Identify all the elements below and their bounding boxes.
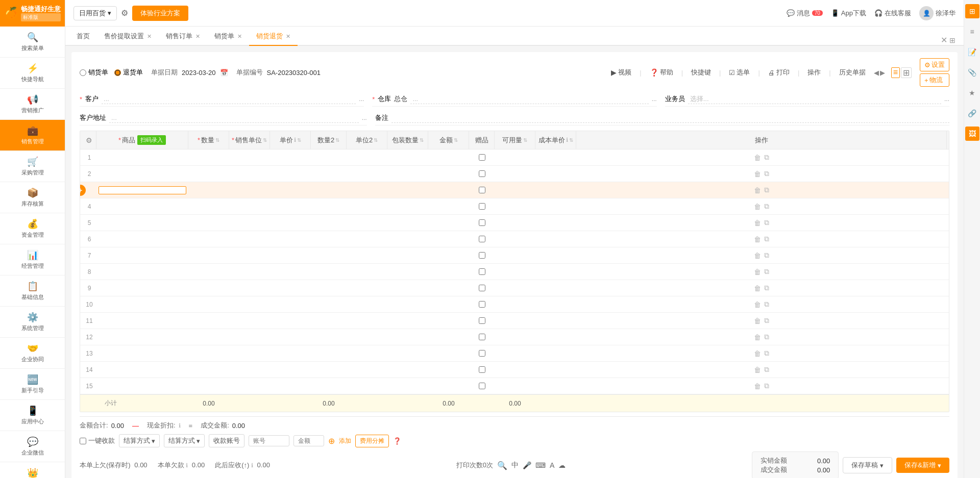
td-amount[interactable] xyxy=(428,264,469,280)
copy-row-btn[interactable]: ⧉ xyxy=(764,284,769,292)
unit2-input[interactable] xyxy=(349,170,385,178)
gift-checkbox[interactable] xyxy=(479,285,485,291)
td-price[interactable] xyxy=(270,280,311,296)
gift-checkbox[interactable] xyxy=(479,350,485,357)
td-gift[interactable] xyxy=(469,383,495,389)
td-pkg[interactable] xyxy=(387,149,428,165)
avail-input[interactable] xyxy=(497,203,533,210)
unit-input[interactable] xyxy=(231,317,268,324)
tab-bar-maximize[interactable]: ⊞ xyxy=(949,36,955,44)
td-unit[interactable] xyxy=(229,345,270,361)
td-unit2[interactable] xyxy=(347,264,387,280)
td-amount[interactable] xyxy=(428,166,469,182)
td-cost[interactable] xyxy=(535,166,576,182)
td-unit[interactable] xyxy=(229,247,270,263)
unit2-input[interactable] xyxy=(349,334,385,341)
tab-close-sales-order[interactable]: ✕ xyxy=(195,33,200,40)
rp-expand-btn[interactable]: ⊞ xyxy=(965,4,979,18)
view-grid-btn[interactable]: ⊞ xyxy=(901,67,912,78)
price-input[interactable] xyxy=(272,301,309,308)
td-qty[interactable] xyxy=(188,231,229,247)
qty2-input[interactable] xyxy=(313,154,345,161)
rp-star-btn[interactable]: ★ xyxy=(965,86,979,100)
td-qty2[interactable] xyxy=(311,296,347,312)
qty2-input[interactable] xyxy=(313,334,345,341)
td-qty2[interactable] xyxy=(311,378,347,394)
td-amount[interactable] xyxy=(428,313,469,329)
td-qty[interactable] xyxy=(188,198,229,214)
avail-input[interactable] xyxy=(497,317,533,324)
qty2-input[interactable] xyxy=(313,350,345,357)
avail-input[interactable] xyxy=(497,252,533,259)
product-input[interactable] xyxy=(99,252,186,259)
td-unit2[interactable] xyxy=(347,313,387,329)
message-btn[interactable]: 💬 消息 70 xyxy=(787,9,823,18)
sidebar-item-search[interactable]: 🔍 搜索菜单 xyxy=(0,27,65,58)
rp-list-btn[interactable]: ≡ xyxy=(965,24,979,39)
delete-row-btn[interactable]: 🗑 xyxy=(754,300,761,309)
td-gift[interactable] xyxy=(469,268,495,275)
scan-btn[interactable]: 扫码录入 xyxy=(137,135,166,145)
account-select[interactable]: 收款账号 xyxy=(209,434,244,447)
td-avail[interactable] xyxy=(495,296,535,312)
price-input[interactable] xyxy=(272,252,309,259)
history-btn[interactable]: 历史单据 xyxy=(837,67,868,78)
price-info-icon[interactable]: ℹ xyxy=(294,137,296,143)
unit-input[interactable] xyxy=(231,252,268,259)
summary-method-select[interactable]: 结算方式 ▾ xyxy=(164,434,205,447)
unit2-input[interactable] xyxy=(349,383,385,390)
copy-row-btn[interactable]: ⧉ xyxy=(764,169,769,178)
radio-return-input[interactable] xyxy=(114,69,121,76)
unit2-input[interactable] xyxy=(349,203,385,210)
td-unit[interactable] xyxy=(229,296,270,312)
qty-input[interactable] xyxy=(190,383,227,390)
td-qty2[interactable] xyxy=(311,313,347,329)
td-amount[interactable] xyxy=(428,329,469,345)
td-gift[interactable] xyxy=(469,170,495,177)
help-circle-icon2[interactable]: ℹ xyxy=(186,462,188,468)
amount-input[interactable] xyxy=(430,268,467,275)
pkg-input[interactable] xyxy=(389,268,426,275)
td-cost[interactable] xyxy=(535,313,576,329)
unit2-input[interactable] xyxy=(349,187,385,194)
td-qty2[interactable] xyxy=(311,198,347,214)
qty-input[interactable] xyxy=(190,285,227,292)
qty2-input[interactable] xyxy=(313,252,345,259)
td-qty[interactable] xyxy=(188,378,229,394)
price-input[interactable] xyxy=(272,203,309,210)
unit-input[interactable] xyxy=(231,170,268,178)
delete-row-btn[interactable]: 🗑 xyxy=(754,219,761,227)
avail-input[interactable] xyxy=(497,219,533,227)
copy-row-btn[interactable]: ⧉ xyxy=(764,235,769,243)
td-product[interactable] xyxy=(96,182,188,198)
td-cost[interactable] xyxy=(535,215,576,231)
td-pkg[interactable] xyxy=(387,329,428,345)
td-unit[interactable] xyxy=(229,280,270,296)
td-qty[interactable] xyxy=(188,362,229,378)
td-unit2[interactable] xyxy=(347,345,387,361)
tab-sales-return[interactable]: 销货退货 ✕ xyxy=(249,28,298,46)
delete-row-btn[interactable]: 🗑 xyxy=(754,170,761,178)
amount-input[interactable] xyxy=(430,170,467,178)
td-cost[interactable] xyxy=(535,231,576,247)
qty-input[interactable] xyxy=(190,154,227,161)
td-pkg[interactable] xyxy=(387,231,428,247)
sidebar-item-wechat[interactable]: 💬 企业微信 xyxy=(0,431,65,462)
shortcut-btn[interactable]: 快捷键 xyxy=(689,67,713,78)
unit-input[interactable] xyxy=(231,285,268,292)
td-avail[interactable] xyxy=(495,182,535,198)
sidebar-item-shortcut[interactable]: ⚡ 快捷导航 xyxy=(0,58,65,89)
pkg-input[interactable] xyxy=(389,350,426,357)
td-amount[interactable] xyxy=(428,149,469,165)
gift-checkbox[interactable] xyxy=(479,366,485,373)
td-unit[interactable] xyxy=(229,231,270,247)
delete-row-btn[interactable]: 🗑 xyxy=(754,186,761,194)
copy-row-btn[interactable]: ⧉ xyxy=(764,251,769,260)
td-avail[interactable] xyxy=(495,329,535,345)
td-gift[interactable] xyxy=(469,317,495,324)
pkg-input[interactable] xyxy=(389,187,426,194)
qty-input[interactable] xyxy=(190,236,227,243)
cost-input[interactable] xyxy=(537,268,574,275)
settlement-select[interactable]: 结算方式 ▾ xyxy=(119,434,160,447)
radio-delivery[interactable]: 销货单 xyxy=(80,68,108,77)
